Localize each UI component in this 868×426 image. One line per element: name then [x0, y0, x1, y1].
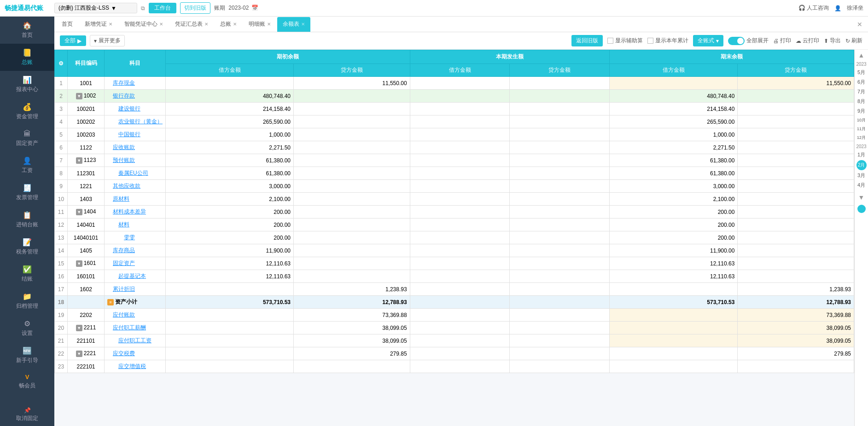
sidebar-footer[interactable]: 📌 取消固定	[0, 403, 54, 426]
sidebar-item-home[interactable]: 🏠 首页	[0, 17, 54, 44]
sidebar-item-archive[interactable]: 📁 归档管理	[0, 288, 54, 315]
sidebar-item-newguide[interactable]: 🆕 新手引导	[0, 342, 54, 369]
sidebar-item-purchase[interactable]: 📋 进销台账	[0, 206, 54, 233]
expand-all-toggle[interactable]: 全部展开	[728, 37, 769, 45]
show-ytd-toggle[interactable]: 显示本年累计	[647, 37, 688, 45]
timeline-month-7[interactable]: 7月	[855, 87, 868, 97]
sidebar-item-invoice[interactable]: 🧾 发票管理	[0, 179, 54, 206]
sidebar-item-ledger[interactable]: 📒 总账	[0, 44, 54, 71]
tab-general-ledger[interactable]: 总账 ✕	[215, 17, 242, 32]
sidebar-item-checkout[interactable]: ✅ 结账	[0, 260, 54, 288]
subject-cell[interactable]: 原材料	[105, 193, 166, 206]
tab-new-voucher-close[interactable]: ✕	[109, 22, 112, 27]
subject-cell[interactable]: 累计折旧	[105, 283, 166, 296]
print-button[interactable]: 🖨 打印	[773, 37, 791, 45]
current-credit-cell	[510, 206, 610, 219]
refresh-button[interactable]: ↻ 刷新	[845, 37, 862, 45]
tab-smart-center-close[interactable]: ✕	[159, 22, 163, 27]
subject-cell[interactable]: 农业银行（黄金）	[105, 115, 166, 128]
tab-voucher-summary[interactable]: 凭证汇总表 ✕	[169, 17, 214, 32]
timeline-month-5[interactable]: 5月	[855, 68, 868, 77]
tab-voucher-summary-close[interactable]: ✕	[204, 22, 208, 27]
subject-cell[interactable]: 应交增值税	[105, 360, 166, 373]
return-old-button[interactable]: 返回旧版	[571, 35, 603, 46]
toggle-switch[interactable]	[728, 37, 745, 45]
timeline-month-10[interactable]: 10月	[855, 116, 868, 125]
subject-cell[interactable]: 其他应收款	[105, 180, 166, 193]
subject-cell[interactable]: 建设银行	[105, 103, 166, 115]
subject-cell[interactable]: 银行存款	[105, 90, 166, 103]
timeline-month-4[interactable]: 4月	[855, 180, 868, 190]
subject-cell[interactable]: 材料成本差异	[105, 206, 166, 219]
subject-cell[interactable]: 中国银行	[105, 128, 166, 141]
timeline-month-1[interactable]: 1月	[855, 150, 868, 160]
company-selector[interactable]: (勿删) 江西股金-LSS ▼	[54, 3, 137, 13]
tab-general-ledger-close[interactable]: ✕	[233, 22, 237, 27]
calendar-icon[interactable]: 📅	[251, 5, 258, 11]
ending-credit-cell	[738, 219, 854, 231]
tab-new-voucher[interactable]: 新增凭证 ✕	[79, 17, 118, 32]
sidebar-item-settings[interactable]: ⚙ 设置	[0, 315, 54, 342]
timeline-month-6[interactable]: 6月	[855, 77, 868, 87]
subject-cell[interactable]: 应付职工工资	[105, 334, 166, 347]
subject-cell[interactable]: 库存现金	[105, 77, 166, 90]
timeline-month-12[interactable]: 12月	[855, 133, 868, 142]
subject-cell[interactable]: 材料	[105, 219, 166, 231]
show-ytd-checkbox[interactable]	[647, 38, 653, 44]
consultant-btn[interactable]: 🎧 人工咨询	[798, 4, 829, 12]
sidebar-item-capital[interactable]: 💰 资金管理	[0, 98, 54, 125]
tab-smart-center[interactable]: 智能凭证中心 ✕	[119, 17, 169, 32]
timeline-month-11[interactable]: 11月	[855, 125, 868, 133]
timeline-month-3[interactable]: 3月	[855, 171, 868, 180]
timeline-down-arrow[interactable]: ▼	[856, 192, 867, 203]
timeline-month-2[interactable]: 2月	[856, 160, 867, 170]
old-version-button[interactable]: 切到旧版	[180, 2, 210, 14]
tab-detail-ledger-close[interactable]: ✕	[267, 22, 271, 27]
expand-more-button[interactable]: ▾ 展开更多	[90, 35, 125, 46]
ending-debit-cell	[610, 283, 738, 296]
subject-cell[interactable]: 应付职工薪酬	[105, 322, 166, 334]
user-avatar[interactable]: 👤	[834, 5, 841, 12]
window-close-btn[interactable]: ✕	[853, 21, 866, 28]
expand-icon[interactable]: ▼	[76, 209, 82, 215]
timeline-month-8[interactable]: 8月	[855, 97, 868, 106]
timeline-dot[interactable]	[857, 205, 866, 213]
subject-cell[interactable]: 起提基记本	[105, 270, 166, 283]
table-row: 3100201建设银行214,158.40214,158.40	[55, 103, 854, 115]
subject-cell[interactable]: 库存商品	[105, 244, 166, 257]
cloud-print-button[interactable]: ☁ 云打印	[796, 37, 819, 45]
subject-cell[interactable]: 应收账款	[105, 141, 166, 154]
timeline-month-9[interactable]: 9月	[855, 106, 868, 116]
tab-balance-sheet-close[interactable]: ✕	[301, 22, 305, 27]
subject-cell[interactable]: 固定资产	[105, 257, 166, 270]
expand-icon[interactable]: ▼	[76, 93, 82, 99]
tab-detail-ledger[interactable]: 明细账 ✕	[243, 17, 276, 32]
expand-icon[interactable]: ▼	[76, 157, 82, 164]
subject-cell[interactable]: 应付账款	[105, 309, 166, 322]
copy-icon[interactable]: ⧉	[141, 5, 145, 12]
sidebar-item-assets[interactable]: 🏛 固定资产	[0, 125, 54, 152]
subject-cell[interactable]: 预付账款	[105, 154, 166, 167]
expand-icon[interactable]: ▼	[76, 351, 82, 357]
table-container[interactable]: ⚙ 科目编码 科目 期初余额 本期发生额 期末余额 借方金额 贷方金额 借方金额…	[54, 50, 854, 426]
full-style-button[interactable]: 全账式 ▾	[693, 35, 723, 46]
sidebar-item-tax[interactable]: 📝 税务管理	[0, 233, 54, 260]
opening-credit-cell	[294, 270, 410, 283]
timeline-up-arrow[interactable]: ▲	[856, 50, 867, 61]
sidebar-item-reports[interactable]: 📊 报表中心	[0, 71, 54, 98]
subject-cell[interactable]: 应交税费	[105, 347, 166, 360]
expand-icon[interactable]: ▼	[76, 325, 82, 331]
export-button[interactable]: ⬆ 导出	[824, 37, 841, 45]
subject-cell[interactable]: 秦属EU公司	[105, 167, 166, 180]
show-subsidiary-checkbox[interactable]	[607, 38, 613, 44]
opening-credit-cell	[294, 193, 410, 206]
tab-home[interactable]: 首页	[56, 17, 78, 32]
tab-balance-sheet[interactable]: 余额表 ✕	[277, 17, 310, 32]
sidebar-item-payroll[interactable]: 👤 工资	[0, 152, 54, 179]
workbench-button[interactable]: 工作台	[149, 3, 176, 13]
expand-icon[interactable]: ▼	[76, 260, 82, 267]
subject-cell[interactable]: 雯雯	[105, 231, 166, 244]
filter-all-button[interactable]: 全部 ▶	[60, 35, 86, 46]
show-subsidiary-toggle[interactable]: 显示辅助算	[607, 37, 643, 45]
sidebar-item-member[interactable]: V 畅会员	[0, 369, 54, 394]
